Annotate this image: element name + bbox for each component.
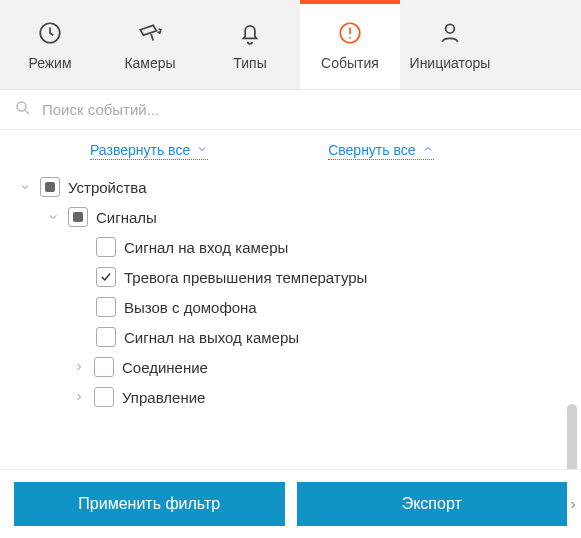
tree-node-signal-item[interactable]: Сигнал на выход камеры xyxy=(18,322,571,352)
camera-icon xyxy=(136,19,164,47)
tree-node-label: Управление xyxy=(122,389,205,406)
apply-filter-button[interactable]: Применить фильтр xyxy=(14,482,285,526)
checkbox-control[interactable] xyxy=(94,387,114,407)
apply-filter-label: Применить фильтр xyxy=(78,495,220,513)
tab-cameras-label: Камеры xyxy=(124,55,175,71)
export-label: Экспорт xyxy=(402,495,462,513)
svg-point-2 xyxy=(349,37,351,39)
chevron-right-icon[interactable] xyxy=(72,390,86,404)
tree-node-devices[interactable]: Устройства xyxy=(18,172,571,202)
alert-icon xyxy=(336,19,364,47)
chevron-down-icon xyxy=(196,142,208,158)
checkbox-item[interactable] xyxy=(96,297,116,317)
chevron-down-icon[interactable] xyxy=(46,210,60,224)
tree-node-control[interactable]: Управление xyxy=(18,382,571,412)
checkbox-connection[interactable] xyxy=(94,357,114,377)
checkbox-item[interactable] xyxy=(96,267,116,287)
bell-icon xyxy=(236,19,264,47)
collapse-all-label: Свернуть все xyxy=(328,142,415,158)
search-input[interactable] xyxy=(42,101,567,118)
tab-cameras[interactable]: Камеры xyxy=(100,0,200,89)
expand-all-label: Развернуть все xyxy=(90,142,190,158)
chevron-right-icon[interactable] xyxy=(72,360,86,374)
tree-node-signal-item[interactable]: Тревога превышения температуры xyxy=(18,262,571,292)
tree-node-label: Сигнал на выход камеры xyxy=(124,329,299,346)
collapse-all-link[interactable]: Свернуть все xyxy=(328,142,433,160)
tree-node-label: Соединение xyxy=(122,359,208,376)
events-tree: Устройства Сигналы Сигнал на вход камеры… xyxy=(0,168,581,488)
tree-node-label: Сигнал на вход камеры xyxy=(124,239,288,256)
chevron-down-icon[interactable] xyxy=(18,180,32,194)
tree-node-connection[interactable]: Соединение xyxy=(18,352,571,382)
export-button[interactable]: Экспорт xyxy=(297,482,568,526)
search-row xyxy=(0,90,581,130)
user-icon xyxy=(436,19,464,47)
tab-initiators[interactable]: Инициаторы xyxy=(400,0,500,89)
chevron-right-icon[interactable] xyxy=(567,498,579,510)
search-icon xyxy=(14,99,32,120)
checkbox-item[interactable] xyxy=(96,237,116,257)
svg-point-4 xyxy=(17,102,26,111)
svg-point-3 xyxy=(446,24,455,33)
checkbox-item[interactable] xyxy=(96,327,116,347)
tree-node-label: Тревога превышения температуры xyxy=(124,269,367,286)
tab-mode-label: Режим xyxy=(28,55,71,71)
expand-collapse-row: Развернуть все Свернуть все xyxy=(0,130,581,168)
tab-mode[interactable]: Режим xyxy=(0,0,100,89)
tab-events-label: События xyxy=(321,55,379,71)
tree-node-signal-item[interactable]: Сигнал на вход камеры xyxy=(18,232,571,262)
tree-node-signal-item[interactable]: Вызов с домофона xyxy=(18,292,571,322)
tree-node-label: Сигналы xyxy=(96,209,157,226)
chevron-up-icon xyxy=(422,142,434,158)
tab-events[interactable]: События xyxy=(300,0,400,89)
scrollbar-thumb[interactable] xyxy=(567,404,577,474)
tab-initiators-label: Инициаторы xyxy=(410,55,491,71)
bottom-bar: Применить фильтр Экспорт xyxy=(0,469,581,538)
checkbox-signals[interactable] xyxy=(68,207,88,227)
tree-node-signals[interactable]: Сигналы xyxy=(18,202,571,232)
clock-icon xyxy=(36,19,64,47)
expand-all-link[interactable]: Развернуть все xyxy=(90,142,208,160)
tree-node-label: Устройства xyxy=(68,179,146,196)
tab-types-label: Типы xyxy=(233,55,266,71)
top-tabs: Режим Камеры Типы События Инициаторы xyxy=(0,0,581,90)
tree-node-label: Вызов с домофона xyxy=(124,299,257,316)
tab-types[interactable]: Типы xyxy=(200,0,300,89)
checkbox-devices[interactable] xyxy=(40,177,60,197)
